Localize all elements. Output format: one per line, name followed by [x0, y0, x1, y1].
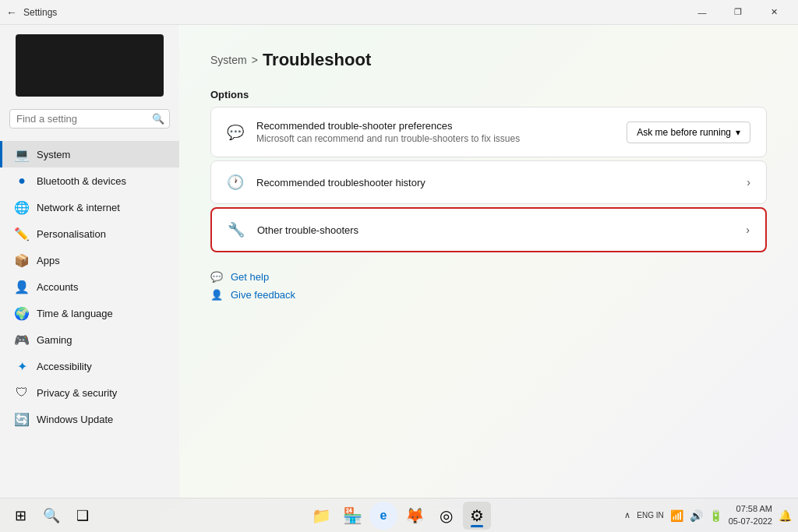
sidebar-item-label: Personalisation — [37, 228, 106, 240]
chat-icon: 💬 — [227, 124, 244, 141]
accounts-icon: 👤 — [15, 280, 29, 294]
sidebar-item-privacy[interactable]: 🛡 Privacy & security — [0, 379, 179, 406]
time-icon: 🌍 — [15, 306, 29, 320]
sidebar: 🔍 💻 System ● Bluetooth & devices 🌐 Netwo… — [0, 25, 179, 498]
wrench-icon: 🔧 — [228, 221, 245, 238]
content-area: System > Troubleshoot Options 💬 Recommen… — [179, 25, 798, 498]
taskbar-center: 📁 🏪 e 🦊 ◎ ⚙ — [307, 502, 491, 530]
close-button[interactable]: ✕ — [756, 0, 792, 25]
titlebar: ← Settings — ❐ ✕ — [0, 0, 798, 25]
privacy-icon: 🛡 — [15, 386, 29, 400]
taskbar-right: ∧ ENG IN 📶 🔊 🔋 07:58 AM 05-07-2022 🔔 — [624, 503, 792, 527]
taskbar-left: ⊞ 🔍 ❑ — [6, 502, 97, 530]
titlebar-left: ← Settings — [6, 6, 57, 19]
recommended-prefs-title: Recommended trouble-shooter preferences — [256, 120, 627, 132]
sidebar-item-bluetooth[interactable]: ● Bluetooth & devices — [0, 167, 179, 194]
edge-taskbar-icon[interactable]: e — [369, 502, 397, 530]
help-icon: 💬 — [210, 271, 223, 283]
feedback-icon: 👤 — [210, 289, 223, 301]
section-label: Options — [210, 89, 767, 100]
start-button[interactable]: ⊞ — [6, 502, 34, 530]
sidebar-item-network[interactable]: 🌐 Network & internet — [0, 194, 179, 220]
search-taskbar-button[interactable]: 🔍 — [37, 502, 65, 530]
chevron-right-icon: › — [746, 224, 750, 236]
notification-icon[interactable]: 🔔 — [779, 509, 792, 522]
give-feedback-link[interactable]: 👤 Give feedback — [210, 289, 767, 301]
clock: 07:58 AM — [729, 503, 772, 515]
other-troubleshooters-action: › — [746, 224, 750, 236]
recommended-prefs-action: Ask me before running ▾ — [627, 122, 750, 143]
sidebar-item-label: Time & language — [37, 308, 113, 319]
time-date-block[interactable]: 07:58 AM 05-07-2022 — [729, 503, 772, 527]
chrome-taskbar-icon[interactable]: ◎ — [432, 502, 460, 530]
user-avatar — [16, 34, 164, 97]
recommended-history-card[interactable]: 🕐 Recommended troubleshooter history › — [210, 160, 767, 204]
recommended-history-action: › — [747, 176, 750, 188]
search-input[interactable] — [16, 113, 147, 125]
back-button[interactable]: ← — [6, 6, 17, 19]
battery-icon[interactable]: 🔋 — [709, 509, 722, 522]
sidebar-item-label: Bluetooth & devices — [37, 175, 126, 187]
recommended-prefs-text: Recommended trouble-shooter preferences … — [256, 120, 627, 144]
other-troubleshooters-title: Other trouble-shooters — [257, 224, 746, 236]
volume-icon[interactable]: 🔊 — [690, 509, 703, 522]
restore-button[interactable]: ❐ — [720, 0, 756, 25]
titlebar-controls: — ❐ ✕ — [684, 0, 792, 25]
sidebar-item-label: Network & internet — [37, 202, 120, 213]
bluetooth-icon: ● — [15, 174, 29, 188]
apps-icon: 📦 — [15, 253, 29, 267]
sidebar-item-label: Privacy & security — [37, 387, 117, 399]
other-troubleshooters-card[interactable]: 🔧 Other trouble-shooters › — [210, 207, 767, 252]
personalisation-icon: ✏️ — [15, 227, 29, 241]
recommended-history-text: Recommended troubleshooter history — [256, 177, 747, 188]
sidebar-item-time[interactable]: 🌍 Time & language — [0, 300, 179, 326]
wifi-icon[interactable]: 📶 — [670, 509, 683, 522]
store-taskbar-icon[interactable]: 🏪 — [338, 502, 366, 530]
sidebar-item-accessibility[interactable]: ✦ Accessibility — [0, 353, 179, 379]
get-help-link[interactable]: 💬 Get help — [210, 271, 767, 283]
files-taskbar-icon[interactable]: 📁 — [307, 502, 335, 530]
breadcrumb-parent[interactable]: System — [210, 54, 247, 66]
accessibility-icon: ✦ — [15, 359, 29, 373]
search-icon[interactable]: 🔍 — [152, 113, 164, 125]
breadcrumb: System > Troubleshoot — [210, 50, 767, 70]
breadcrumb-sep: > — [252, 54, 258, 66]
sidebar-item-personalisation[interactable]: ✏️ Personalisation — [0, 220, 179, 247]
gaming-icon: 🎮 — [15, 333, 29, 347]
sidebar-item-label: Accounts — [37, 281, 78, 293]
sidebar-item-label: Windows Update — [37, 414, 113, 425]
app-body: 🔍 💻 System ● Bluetooth & devices 🌐 Netwo… — [0, 25, 798, 498]
windows-update-icon: 🔄 — [15, 412, 29, 426]
settings-taskbar-icon[interactable]: ⚙ — [463, 502, 491, 530]
chevron-down-icon: ▾ — [736, 127, 740, 138]
network-icon: 🌐 — [15, 200, 29, 214]
recommended-history-title: Recommended troubleshooter history — [256, 177, 747, 188]
sidebar-item-label: System — [37, 149, 70, 160]
other-troubleshooters-text: Other trouble-shooters — [257, 224, 746, 236]
sidebar-item-system[interactable]: 💻 System — [0, 141, 179, 167]
date: 05-07-2022 — [729, 516, 772, 527]
recommended-prefs-card[interactable]: 💬 Recommended trouble-shooter preference… — [210, 107, 767, 157]
taskbar: ⊞ 🔍 ❑ 📁 🏪 e 🦊 ◎ ⚙ ∧ ENG IN 📶 🔊 🔋 07:58 A… — [0, 498, 798, 532]
sidebar-item-accounts[interactable]: 👤 Accounts — [0, 273, 179, 300]
search-box[interactable]: 🔍 — [9, 109, 170, 129]
lang-indicator: ENG IN — [637, 510, 663, 520]
sidebar-item-windows-update[interactable]: 🔄 Windows Update — [0, 406, 179, 432]
sidebar-item-gaming[interactable]: 🎮 Gaming — [0, 326, 179, 353]
up-arrow-icon[interactable]: ∧ — [624, 510, 630, 520]
sidebar-item-apps[interactable]: 📦 Apps — [0, 247, 179, 273]
chevron-right-icon: › — [747, 176, 750, 188]
minimize-button[interactable]: — — [684, 0, 720, 25]
task-view-button[interactable]: ❑ — [69, 502, 97, 530]
sidebar-item-label: Accessibility — [37, 361, 92, 372]
ask-before-running-dropdown[interactable]: Ask me before running ▾ — [627, 122, 750, 143]
firefox-taskbar-icon[interactable]: 🦊 — [401, 502, 429, 530]
recommended-prefs-desc: Microsoft can recommend and run trouble-… — [256, 133, 627, 144]
page-title: Troubleshoot — [263, 50, 371, 70]
system-icon: 💻 — [15, 147, 29, 161]
sidebar-item-label: Apps — [37, 255, 60, 266]
sidebar-item-label: Gaming — [37, 334, 72, 346]
titlebar-title: Settings — [23, 7, 57, 18]
help-links: 💬 Get help 👤 Give feedback — [210, 271, 767, 301]
history-icon: 🕐 — [227, 174, 244, 191]
